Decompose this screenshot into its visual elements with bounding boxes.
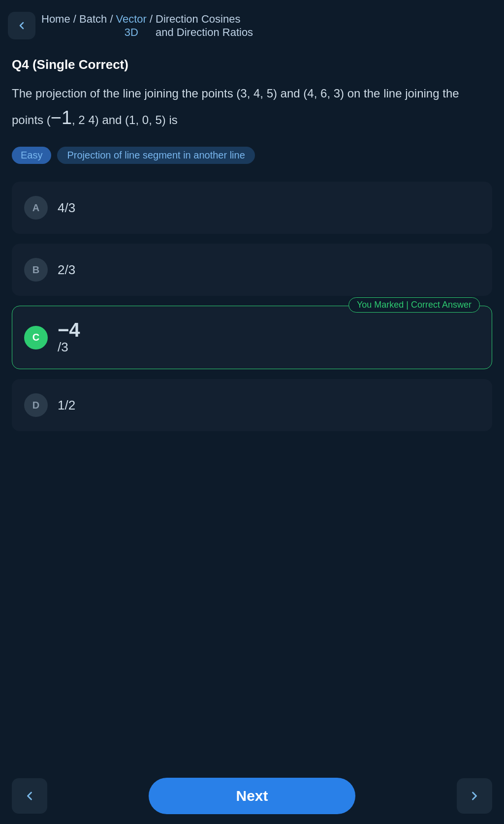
breadcrumb-topic-line2: 3D <box>125 26 138 39</box>
back-button[interactable] <box>8 12 35 39</box>
footer: Next <box>0 768 504 824</box>
breadcrumb-subtopic-line1: Direction Cosines <box>156 13 240 26</box>
option-c-denominator: /3 <box>58 340 68 355</box>
breadcrumb-home: Home / Batch / <box>41 12 113 27</box>
topic-tag: Projection of line segment in another li… <box>57 147 254 164</box>
option-d-value: 1/2 <box>58 398 75 413</box>
difficulty-tag: Easy <box>12 147 51 164</box>
breadcrumb: Home / Batch / Vector 3D / Direction Cos… <box>41 12 253 39</box>
option-b-card[interactable]: B 2/3 <box>12 244 492 296</box>
neg-one: −1 <box>51 107 72 128</box>
option-a-card[interactable]: A 4/3 <box>12 182 492 234</box>
prev-button[interactable] <box>12 778 47 814</box>
next-button[interactable]: Next <box>149 778 355 814</box>
option-c-numerator: −4 <box>58 320 80 340</box>
breadcrumb-topic-line1: Vector <box>116 13 147 26</box>
option-a-letter: A <box>24 196 48 220</box>
option-c-value: −4 /3 <box>58 320 80 355</box>
option-c-letter: C <box>24 326 48 349</box>
option-b-value: 2/3 <box>58 262 75 278</box>
breadcrumb-separator: / <box>150 12 153 27</box>
question-label: Q4 (Single Correct) <box>12 57 492 72</box>
correct-badge: You Marked | Correct Answer <box>348 297 480 313</box>
option-b-letter: B <box>24 258 48 282</box>
content-area: Q4 (Single Correct) The projection of th… <box>0 47 504 500</box>
option-a-value: 4/3 <box>58 200 75 216</box>
header: Home / Batch / Vector 3D / Direction Cos… <box>0 0 504 47</box>
breadcrumb-subtopic-line2: and Direction Ratios <box>156 26 253 39</box>
option-c-card[interactable]: You Marked | Correct Answer C −4 /3 <box>12 306 492 369</box>
tags-row: Easy Projection of line segment in anoth… <box>12 147 492 164</box>
next-icon-button[interactable] <box>457 778 492 814</box>
question-text-part2: , 2 4) and (1, 0, 5) is <box>72 113 178 127</box>
option-d-card[interactable]: D 1/2 <box>12 379 492 431</box>
option-d-letter: D <box>24 393 48 417</box>
question-text: The projection of the line joining the p… <box>12 84 492 133</box>
